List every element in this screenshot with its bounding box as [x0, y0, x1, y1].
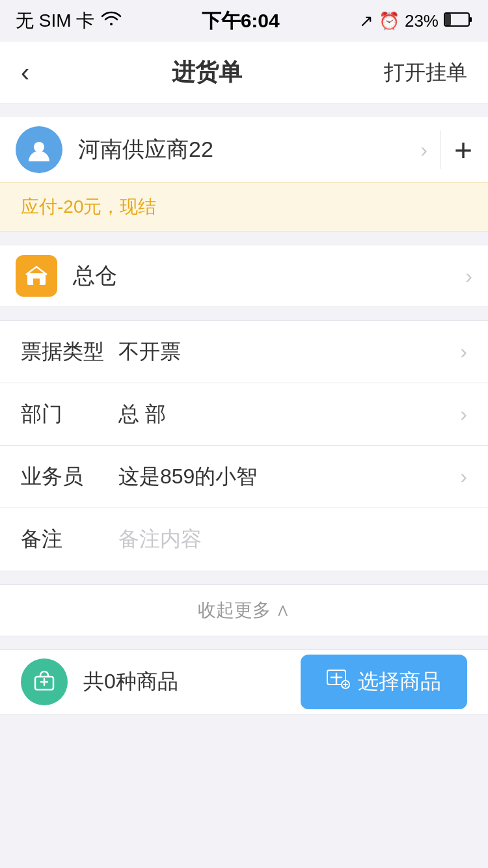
product-count-text: 共0种商品	[83, 668, 301, 696]
notice-bar: 应付-20元，现结	[0, 182, 488, 232]
battery-text: 23%	[405, 11, 439, 31]
supplier-divider	[441, 130, 441, 169]
supplier-name: 河南供应商22	[78, 135, 415, 165]
svg-rect-1	[445, 14, 451, 25]
form-section: 票据类型 不开票 › 部门 总 部 › 业务员 这是859的小智 › 备注 备注…	[0, 320, 488, 571]
invoice-value: 不开票	[118, 338, 455, 366]
sales-value: 这是859的小智	[118, 463, 455, 491]
dept-label: 部门	[21, 400, 118, 429]
remark-label: 备注	[21, 525, 118, 554]
back-button[interactable]: ‹	[21, 58, 29, 87]
nav-bar: ‹ 进货单 打开挂单	[0, 42, 488, 104]
supplier-section: 河南供应商22 › + 应付-20元，现结	[0, 117, 488, 232]
invoice-row[interactable]: 票据类型 不开票 ›	[0, 321, 488, 383]
main-content: 河南供应商22 › + 应付-20元，现结 总仓 › 票据类型 不开票 ›	[0, 117, 488, 868]
status-right: ↗ ⏰ 23%	[359, 11, 472, 31]
product-icon	[21, 658, 68, 705]
remark-input[interactable]: 备注内容	[118, 525, 467, 554]
nav-title: 进货单	[172, 57, 242, 88]
sales-chevron-icon: ›	[460, 465, 467, 489]
dept-row[interactable]: 部门 总 部 ›	[0, 383, 488, 446]
invoice-chevron-icon: ›	[460, 340, 467, 364]
select-product-icon	[327, 670, 350, 694]
warehouse-name: 总仓	[73, 261, 460, 291]
sales-label: 业务员	[21, 463, 118, 491]
battery-icon	[444, 11, 472, 31]
svg-point-3	[34, 142, 44, 152]
dept-value: 总 部	[118, 400, 455, 429]
bottom-bar: 共0种商品 选择商品	[0, 649, 488, 714]
select-product-button[interactable]: 选择商品	[301, 655, 467, 709]
status-left: 无 SIM 卡	[16, 8, 122, 33]
wifi-icon	[101, 10, 122, 31]
warehouse-icon	[16, 255, 57, 297]
status-bar: 无 SIM 卡 下午6:04 ↗ ⏰ 23%	[0, 0, 488, 42]
select-product-label: 选择商品	[358, 668, 441, 696]
svg-rect-2	[470, 17, 472, 22]
notice-text: 应付-20元，现结	[21, 197, 156, 217]
invoice-label: 票据类型	[21, 338, 118, 366]
supplier-row[interactable]: 河南供应商22 › +	[0, 117, 488, 182]
collapse-label[interactable]: 收起更多 ∧	[198, 598, 291, 623]
warehouse-chevron-icon: ›	[465, 264, 472, 288]
status-time: 下午6:04	[202, 8, 280, 34]
open-pending-button[interactable]: 打开挂单	[384, 59, 467, 87]
warehouse-row[interactable]: 总仓 ›	[0, 245, 488, 307]
supplier-avatar	[16, 126, 62, 173]
dept-chevron-icon: ›	[460, 402, 467, 426]
remark-row[interactable]: 备注 备注内容	[0, 508, 488, 571]
collapse-bar[interactable]: 收起更多 ∧	[0, 584, 488, 636]
supplier-add-button[interactable]: +	[454, 132, 472, 168]
sales-row[interactable]: 业务员 这是859的小智 ›	[0, 446, 488, 508]
carrier-text: 无 SIM 卡	[16, 8, 94, 33]
supplier-chevron-icon: ›	[420, 138, 427, 162]
location-icon: ↗	[359, 11, 373, 31]
alarm-icon: ⏰	[379, 11, 400, 31]
svg-rect-5	[33, 278, 40, 285]
